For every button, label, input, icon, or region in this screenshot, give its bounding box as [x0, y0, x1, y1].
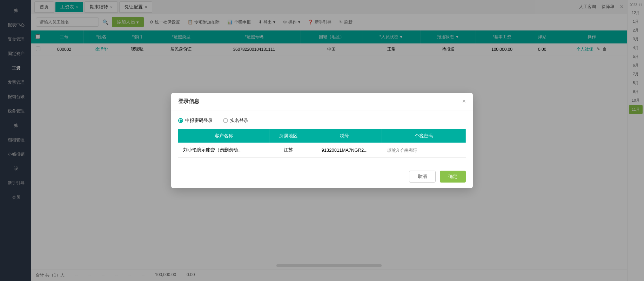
inner-col-region: 所属地区: [269, 129, 307, 143]
login-info-modal: 登录信息 × 申报密码登录 实名登录 客户名称 所属: [171, 93, 473, 188]
login-radio-group: 申报密码登录 实名登录: [178, 117, 466, 124]
modal-title: 登录信息: [178, 98, 199, 105]
radio-password-circle: [178, 118, 183, 123]
inner-cell-region: 江苏: [269, 143, 307, 158]
inner-cell-password[interactable]: [382, 143, 466, 158]
inner-col-tax-no: 税号: [307, 129, 382, 143]
inner-table-row: 刘小艳演示账套（勿删勿动... 江苏 91320811MA7NGR2...: [178, 143, 466, 158]
radio-realname-circle: [223, 118, 228, 123]
tax-password-input[interactable]: [387, 148, 461, 153]
radio-password-label: 申报密码登录: [185, 117, 213, 124]
modal-overlay: 登录信息 × 申报密码登录 实名登录 客户名称 所属: [0, 0, 644, 281]
radio-realname-login[interactable]: 实名登录: [223, 117, 248, 124]
modal-close-button[interactable]: ×: [462, 98, 466, 105]
radio-password-login[interactable]: 申报密码登录: [178, 117, 213, 124]
modal-body: 申报密码登录 实名登录 客户名称 所属地区 税号 个税密码: [171, 110, 473, 165]
modal-confirm-button[interactable]: 确定: [440, 171, 466, 183]
modal-footer: 取消 确定: [171, 165, 473, 188]
inner-cell-tax-no: 91320811MA7NGR2...: [307, 143, 382, 158]
inner-col-client: 客户名称: [178, 129, 269, 143]
modal-cancel-button[interactable]: 取消: [409, 171, 436, 183]
modal-header: 登录信息 ×: [171, 93, 473, 110]
login-info-table: 客户名称 所属地区 税号 个税密码 刘小艳演示账套（勿删勿动... 江苏 913…: [178, 129, 466, 158]
inner-cell-client: 刘小艳演示账套（勿删勿动...: [178, 143, 269, 158]
radio-realname-label: 实名登录: [230, 117, 248, 124]
inner-col-password: 个税密码: [382, 129, 466, 143]
